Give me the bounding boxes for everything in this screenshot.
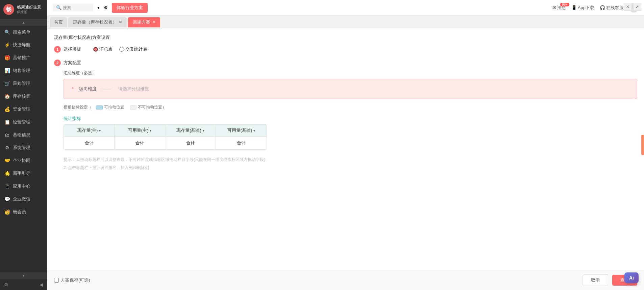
stat-body-cell-0: 合计 (64, 136, 114, 149)
sidebar-label-3: 销售管理 (13, 68, 30, 74)
sidebar-scroll-down[interactable]: ▼ (0, 272, 47, 279)
sidebar-settings-icon[interactable]: ⚙ (4, 282, 8, 287)
section-config: 2 方案配置 汇总维度（必选） * 纵向维度 —— 请选择分组维度 模板指标设定… (54, 59, 637, 171)
logo-icon: 畅 (3, 4, 14, 15)
tips: 提示： 1.拖动标题栏可以调整布局，不可跨维度或指标区域拖动栏目字段(只能在同一… (64, 156, 637, 171)
top-bar-left: 🔍 ▾ ⚙ 体验行业方案 (53, 3, 148, 13)
stat-section-title: 统计指标 (64, 116, 637, 122)
online-service-btn[interactable]: 🎧 在线客服 (600, 5, 624, 11)
search-input[interactable] (63, 5, 90, 10)
logo-text: 畅康通好生意 标准版 (17, 5, 41, 15)
stat-body-cell-2: 合计 (165, 136, 216, 149)
topbar-dropdown-icon[interactable]: ▾ (97, 5, 100, 10)
stat-col-3: 可用量(基辅) ▾ (216, 125, 267, 136)
sidebar-item-9[interactable]: ⚙ 系统管理 (0, 141, 47, 154)
sidebar-icon-4: 🛒 (4, 80, 10, 87)
topbar-settings-icon[interactable]: ⚙ (104, 5, 108, 10)
content-area: 现存量(库存状况表)方案设置 1 选择模板 汇总表 交叉统计表 (47, 29, 644, 270)
cancel-button[interactable]: 取消 (583, 274, 608, 286)
col-chevron-0[interactable]: ▾ (99, 129, 101, 132)
sidebar-item-2[interactable]: 🎁 营销推广 (0, 51, 47, 64)
sidebar-icon-12: 📱 (4, 183, 10, 189)
panel-close-btn[interactable]: ✕ (624, 3, 632, 11)
tab-new-plan[interactable]: 新建方案 ✕ (128, 17, 160, 27)
app-download-btn[interactable]: 📱 App下载 (571, 5, 594, 11)
tab-inventory[interactable]: 现存量（库存状况表） ✕ (68, 17, 127, 27)
sidebar-item-12[interactable]: 📱 应用中心 (0, 180, 47, 193)
indicator-label: 模板指标设定（ 可拖动位置 不可拖动位置） (64, 104, 637, 110)
sidebar-item-1[interactable]: ⚡ 快捷导航 (0, 39, 47, 51)
search-box[interactable]: 🔍 (53, 4, 93, 11)
stat-table-body: 合计合计合计合计 (64, 136, 267, 149)
trial-btn[interactable]: 体验行业方案 (112, 3, 148, 13)
bottom-bar: 方案保存(可选) 取消 查询 (47, 270, 644, 290)
col-chevron-1[interactable]: ▾ (150, 129, 151, 132)
section-template: 1 选择模板 汇总表 交叉统计表 (54, 46, 637, 53)
sidebar-label-8: 基础信息 (13, 132, 30, 138)
dim-required-mark: * (72, 87, 74, 91)
stat-col-2: 现存量(基辅) ▾ (165, 125, 216, 136)
headset-icon: 🎧 (600, 5, 605, 10)
legend-non-draggable: 不可拖动位置） (130, 104, 166, 110)
sidebar-label-6: 资金管理 (13, 106, 30, 112)
panel-controls: ✕ ⤢ (624, 3, 641, 11)
stat-col-header-0[interactable]: 现存量(主) ▾ (64, 125, 114, 136)
sidebar-icon-14: 👑 (4, 209, 10, 215)
dim-label: 汇总维度（必选） (64, 70, 637, 76)
radio-cross[interactable]: 交叉统计表 (119, 46, 147, 52)
ai-fab[interactable]: Ai (624, 272, 639, 283)
sidebar-item-0[interactable]: 🔍 搜索菜单 (0, 26, 47, 39)
sidebar-item-13[interactable]: 💬 企业微信 (0, 193, 47, 206)
stat-col-header-2[interactable]: 现存量(基辅) ▾ (165, 125, 216, 136)
tab-new-plan-close[interactable]: ✕ (152, 20, 155, 24)
save-label[interactable]: 方案保存(可选) (61, 277, 90, 283)
sidebar-scroll-up[interactable]: ▲ (0, 19, 47, 26)
sidebar-label-5: 库存核算 (13, 93, 30, 99)
radio-summary[interactable]: 汇总表 (93, 46, 113, 52)
tab-bar: 首页 现存量（库存状况表） ✕ 新建方案 ✕ ✕ ⤢ (47, 16, 644, 29)
sidebar-label-0: 搜索菜单 (13, 29, 30, 35)
save-checkbox[interactable] (54, 278, 59, 283)
sidebar-label-7: 经营管理 (13, 119, 30, 125)
stat-col-header-3[interactable]: 可用量(基辅) ▾ (216, 125, 267, 136)
sidebar-item-8[interactable]: 🗂 基础信息 (0, 128, 47, 141)
sidebar-label-11: 新手引导 (13, 170, 30, 176)
dim-config: 汇总维度（必选） * 纵向维度 —— 请选择分组维度 模板指标设定（ 可拖动位置 (64, 70, 637, 171)
sidebar-item-4[interactable]: 🛒 采购管理 (0, 77, 47, 90)
legend-draggable: 可拖动位置 (96, 104, 124, 110)
sidebar-item-3[interactable]: 📊 销售管理 (0, 64, 47, 77)
sidebar-label-9: 系统管理 (13, 145, 30, 151)
main-area: 🔍 ▾ ⚙ 体验行业方案 ✉ 消息 99+ 📱 App下载 🎧 在线客服 (47, 0, 644, 290)
panel-expand-btn[interactable]: ⤢ (633, 3, 641, 11)
radio-summary-input[interactable] (93, 47, 98, 52)
sidebar-collapse-icon[interactable]: ◀ (40, 282, 43, 287)
sidebar-item-6[interactable]: 💰 资金管理 (0, 103, 47, 116)
stat-col-1: 可用量(主) ▾ (115, 125, 165, 136)
section1-num: 1 (54, 46, 61, 53)
tab-home[interactable]: 首页 (50, 17, 67, 27)
message-badge: 99+ (560, 3, 569, 6)
stat-body-cell-1: 合计 (115, 136, 165, 149)
stat-col-body-1: 合计 (115, 136, 165, 149)
radio-cross-input[interactable] (119, 47, 124, 52)
tab-inventory-close[interactable]: ✕ (119, 20, 122, 24)
section1-header: 1 选择模板 汇总表 交叉统计表 (54, 46, 637, 53)
sidebar-label-13: 企业微信 (13, 196, 30, 202)
sidebar-icon-8: 🗂 (4, 132, 10, 138)
messages-btn[interactable]: ✉ 消息 99+ (552, 5, 566, 11)
sidebar-icon-0: 🔍 (4, 29, 10, 35)
sidebar-icon-7: 📋 (4, 119, 10, 125)
dim-name: 纵向维度 (79, 86, 97, 92)
dim-arrow: —— (102, 86, 113, 92)
sidebar-item-7[interactable]: 📋 经营管理 (0, 116, 47, 128)
sidebar-item-14[interactable]: 👑 畅会员 (0, 206, 47, 218)
sidebar-item-5[interactable]: 🏠 库存核算 (0, 90, 47, 103)
col-chevron-3[interactable]: ▾ (253, 129, 255, 132)
col-chevron-2[interactable]: ▾ (203, 129, 204, 132)
sidebar-item-11[interactable]: 🌟 新手引导 (0, 167, 47, 180)
stat-col-header-1[interactable]: 可用量(主) ▾ (115, 125, 165, 136)
right-indicator[interactable] (641, 135, 644, 155)
dimension-box[interactable]: * 纵向维度 —— 请选择分组维度 (64, 79, 637, 99)
sidebar-item-10[interactable]: 🤝 企业协同 (0, 154, 47, 167)
section2-header: 2 方案配置 (54, 59, 637, 66)
